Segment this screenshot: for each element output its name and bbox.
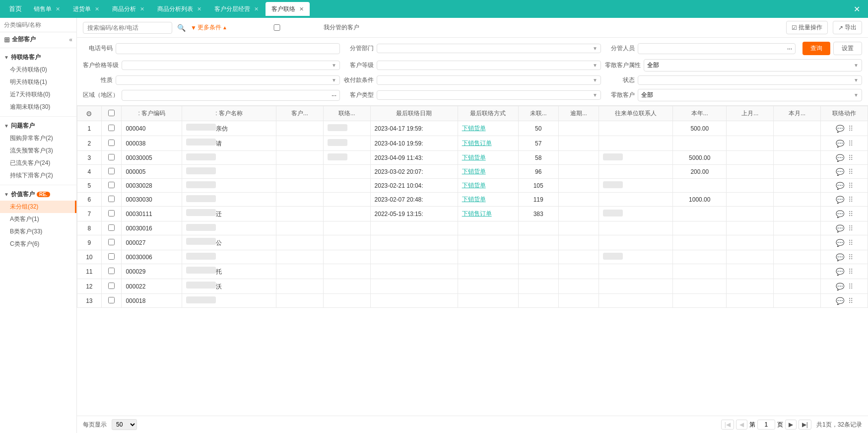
row-checkbox[interactable] <box>108 268 115 274</box>
last-way-link[interactable]: 下销货单 <box>462 196 486 203</box>
filter-select-nature[interactable]: ▼ <box>116 75 340 85</box>
filter-select-region[interactable]: ··· <box>122 90 340 101</box>
more-icon[interactable]: ⠿ <box>848 224 853 232</box>
more-icon[interactable]: ⠿ <box>848 125 853 133</box>
contact-icon[interactable]: 💬 <box>836 224 844 232</box>
row-checkbox-cell[interactable] <box>101 193 122 207</box>
more-icon[interactable]: ⠿ <box>848 140 853 147</box>
th-this-year[interactable]: 本年... <box>673 106 727 121</box>
filter-select-customer-tier[interactable]: ▼ <box>377 61 601 70</box>
more-icon[interactable]: ⠿ <box>848 210 853 218</box>
my-customers-checkbox-label[interactable]: 我分管的客户 <box>232 23 359 32</box>
row-checkbox[interactable] <box>108 239 115 245</box>
contact-icon[interactable]: 💬 <box>836 268 844 276</box>
row-checkbox-cell[interactable] <box>101 179 122 193</box>
th-last-month[interactable]: 上月... <box>727 106 774 121</box>
nav-tab-purchase[interactable]: 进货单 ✕ <box>67 2 105 16</box>
th-checkbox[interactable] <box>101 106 122 121</box>
filter-select-manager[interactable]: ··· <box>638 43 796 54</box>
filter-select-status[interactable]: ▼ <box>638 75 862 85</box>
page-next-button[interactable]: ▶ <box>785 420 797 430</box>
more-icon[interactable]: ⠿ <box>848 253 853 261</box>
nav-tab-customer-tier[interactable]: 客户分层经营 ✕ <box>208 2 265 16</box>
th-related[interactable]: 往来单位联系人 <box>599 106 673 121</box>
th-customer-code[interactable]: : 客户编码 <box>122 106 182 121</box>
sidebar-item-ungroup[interactable]: 未分组(32) <box>0 201 76 213</box>
last-way-link[interactable]: 下销货单 <box>462 168 486 175</box>
filter-input-phone[interactable] <box>116 43 340 54</box>
filter-select-retail-customer[interactable]: 全部 ▼ <box>638 89 862 101</box>
sidebar-item-churned[interactable]: 已流失客户(24) <box>0 157 76 169</box>
row-checkbox[interactable] <box>108 253 115 260</box>
more-icon[interactable]: ⠿ <box>848 182 853 190</box>
nav-tab-customer-contact-close[interactable]: ✕ <box>299 6 304 12</box>
th-customer-type[interactable]: 客户... <box>276 106 323 121</box>
row-checkbox[interactable] <box>108 140 115 146</box>
last-way-link[interactable]: 下销货单 <box>462 182 486 189</box>
sidebar-group-pending-header[interactable]: ▼ 待联络客户 <box>0 51 76 64</box>
query-button[interactable]: 查询 <box>802 42 830 55</box>
reset-button[interactable]: 设置 <box>833 42 862 55</box>
contact-icon[interactable]: 💬 <box>836 168 844 176</box>
sidebar-item-class-c[interactable]: C类客户(6) <box>0 238 76 250</box>
sidebar-item-class-a[interactable]: A类客户(1) <box>0 213 76 225</box>
sidebar-search-input[interactable] <box>4 21 77 28</box>
last-way-link[interactable]: 下销货单 <box>462 154 486 161</box>
sidebar-item-tomorrow[interactable]: 明天待联络(1) <box>0 76 76 88</box>
filter-more-btn[interactable]: ▼ 更多条件 ▲ <box>191 23 227 32</box>
filter-search-icon[interactable]: 🔍 <box>177 24 186 32</box>
sidebar-item-class-b[interactable]: B类客户(33) <box>0 225 76 238</box>
nav-tab-sales[interactable]: 销售单 ✕ <box>28 2 66 16</box>
my-customers-checkbox[interactable] <box>232 24 322 31</box>
sidebar-group-problem-header[interactable]: ▼ 问题客户 <box>0 120 76 132</box>
more-icon[interactable]: ⠿ <box>848 196 853 204</box>
contact-icon[interactable]: 💬 <box>836 196 844 204</box>
th-overdue[interactable]: 逾期... <box>558 106 599 121</box>
filter-select-retail-attr[interactable]: 全部 ▼ <box>644 59 862 72</box>
contact-icon[interactable]: 💬 <box>836 154 844 162</box>
contact-icon[interactable]: 💬 <box>836 125 844 133</box>
contact-icon[interactable]: 💬 <box>836 210 844 218</box>
page-first-button[interactable]: |◀ <box>721 420 734 430</box>
sidebar-collapse-btn[interactable]: « <box>69 36 72 43</box>
more-icon[interactable]: ⠿ <box>848 297 853 305</box>
more-icon[interactable]: ⠿ <box>848 168 853 176</box>
row-checkbox-cell[interactable] <box>101 250 122 264</box>
nav-tab-purchase-close[interactable]: ✕ <box>95 6 99 12</box>
contact-icon[interactable]: 💬 <box>836 253 844 261</box>
th-contact[interactable]: 联络... <box>323 106 370 121</box>
select-all-checkbox[interactable] <box>108 110 115 116</box>
row-checkbox-cell[interactable] <box>101 264 122 279</box>
th-last-date[interactable]: 最后联络日期 <box>370 106 458 121</box>
row-checkbox[interactable] <box>108 297 115 303</box>
sidebar-item-churn-warning[interactable]: 流失预警客户(3) <box>0 144 76 157</box>
sidebar-item-7days[interactable]: 近7天待联络(0) <box>0 88 76 101</box>
nav-tab-analysis-close[interactable]: ✕ <box>140 6 144 12</box>
nav-tab-customer-tier-close[interactable]: ✕ <box>254 6 259 12</box>
nav-tab-customer-contact[interactable]: 客户联络 ✕ <box>266 2 310 16</box>
row-checkbox[interactable] <box>108 182 115 188</box>
row-checkbox-cell[interactable] <box>101 207 122 221</box>
nav-tab-sales-close[interactable]: ✕ <box>56 6 60 12</box>
row-checkbox[interactable] <box>108 196 115 202</box>
th-customer-name[interactable]: : 客户名称 <box>182 106 276 121</box>
export-button[interactable]: ↗ 导出 <box>833 21 862 34</box>
row-checkbox-cell[interactable] <box>101 121 122 136</box>
row-checkbox[interactable] <box>108 168 115 174</box>
row-checkbox-cell[interactable] <box>101 294 122 308</box>
th-settings[interactable]: ⚙ <box>77 106 102 121</box>
sidebar-item-today[interactable]: 今天待联络(0) <box>0 64 76 76</box>
filter-select-customer-type[interactable]: ▼ <box>377 90 601 100</box>
nav-tab-analysis-list[interactable]: 商品分析列表 ✕ <box>151 2 207 16</box>
nav-tab-analysis-list-close[interactable]: ✕ <box>197 6 201 12</box>
row-checkbox-cell[interactable] <box>101 136 122 151</box>
contact-icon[interactable]: 💬 <box>836 239 844 247</box>
more-icon[interactable]: ⠿ <box>848 268 853 276</box>
row-checkbox[interactable] <box>108 154 115 160</box>
contact-icon[interactable]: 💬 <box>836 297 844 305</box>
last-way-link[interactable]: 下销货单 <box>462 125 486 132</box>
page-number-input[interactable] <box>757 420 775 430</box>
filter-select-price-tier[interactable]: ▼ <box>122 61 340 70</box>
page-last-button[interactable]: ▶| <box>799 420 811 430</box>
sidebar-item-overdue[interactable]: 逾期未联络(30) <box>0 101 76 113</box>
